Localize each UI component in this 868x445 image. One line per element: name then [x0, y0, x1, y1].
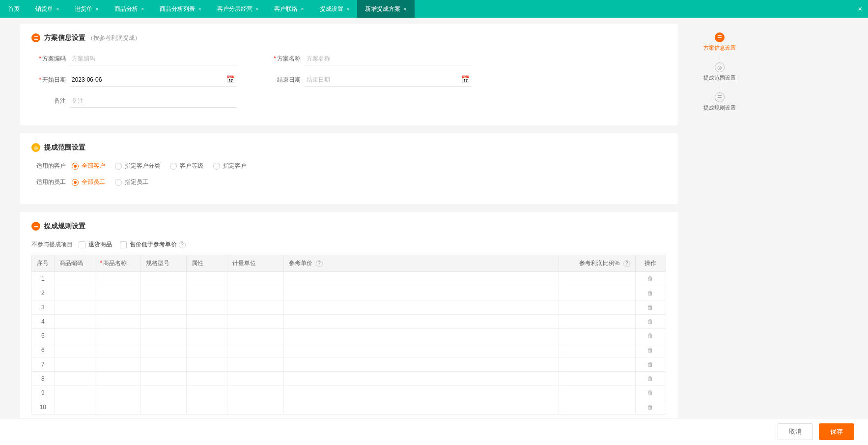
tab-commission-setting[interactable]: 提成设置×	[312, 0, 357, 18]
cell-ref-price[interactable]	[283, 343, 559, 357]
cell-attr[interactable]	[187, 386, 227, 400]
close-icon[interactable]: ×	[141, 0, 144, 18]
cell-attr[interactable]	[187, 272, 227, 286]
cell-profit-rate[interactable]	[559, 329, 636, 343]
cell-code[interactable]	[54, 357, 95, 372]
close-all-icon[interactable]: ×	[858, 5, 862, 13]
tab-new-commission[interactable]: 新增提成方案×	[357, 0, 414, 18]
table-row[interactable]: 10 🗑	[32, 400, 666, 415]
cell-ref-price[interactable]	[283, 329, 559, 343]
delete-icon[interactable]: 🗑	[647, 375, 653, 382]
cell-unit[interactable]	[227, 300, 283, 315]
cell-ref-price[interactable]	[283, 400, 559, 415]
cell-profit-rate[interactable]	[559, 357, 636, 372]
cell-attr[interactable]	[187, 286, 227, 300]
cell-spec[interactable]	[141, 372, 187, 386]
close-icon[interactable]: ×	[198, 0, 201, 18]
cell-profit-rate[interactable]	[559, 343, 636, 357]
cell-code[interactable]	[54, 286, 95, 300]
cell-unit[interactable]	[227, 357, 283, 372]
tab-product-list[interactable]: 商品分析列表×	[152, 0, 209, 18]
cell-unit[interactable]	[227, 343, 283, 357]
cell-attr[interactable]	[187, 300, 227, 315]
table-row[interactable]: 6 🗑	[32, 343, 666, 357]
cell-name[interactable]	[95, 386, 140, 400]
cell-spec[interactable]	[141, 343, 187, 357]
input-remark[interactable]	[70, 94, 237, 108]
cell-spec[interactable]	[141, 400, 187, 415]
cell-name[interactable]	[95, 315, 140, 329]
cell-unit[interactable]	[227, 386, 283, 400]
cell-unit[interactable]	[227, 400, 283, 415]
tab-customer-contact[interactable]: 客户联络×	[266, 0, 311, 18]
table-row[interactable]: 8 🗑	[32, 372, 666, 386]
cell-ref-price[interactable]	[283, 386, 559, 400]
input-end-date[interactable]	[305, 73, 472, 87]
radio-customer-category[interactable]: 指定客户分类	[115, 162, 160, 170]
tab-customer-tier[interactable]: 客户分层经营×	[209, 0, 266, 18]
delete-icon[interactable]: 🗑	[647, 404, 653, 411]
table-row[interactable]: 7 🗑	[32, 357, 666, 372]
cell-name[interactable]	[95, 343, 140, 357]
cell-ref-price[interactable]	[283, 315, 559, 329]
cell-name[interactable]	[95, 300, 140, 315]
table-row[interactable]: 9 🗑	[32, 386, 666, 400]
input-start-date[interactable]	[70, 73, 237, 87]
cell-ref-price[interactable]	[283, 286, 559, 300]
cell-ref-price[interactable]	[283, 272, 559, 286]
close-icon[interactable]: ×	[56, 0, 59, 18]
cell-code[interactable]	[54, 300, 95, 315]
help-icon[interactable]: ?	[179, 241, 186, 248]
tab-home[interactable]: 首页	[0, 0, 28, 18]
radio-specific-customer[interactable]: 指定客户	[213, 162, 247, 170]
cell-spec[interactable]	[141, 386, 187, 400]
delete-icon[interactable]: 🗑	[647, 361, 653, 368]
cell-unit[interactable]	[227, 286, 283, 300]
cell-spec[interactable]	[141, 272, 187, 286]
anchor-rules[interactable]: ☰ 提成规则设置	[698, 92, 742, 112]
cell-spec[interactable]	[141, 300, 187, 315]
cell-profit-rate[interactable]	[559, 372, 636, 386]
tab-purchase[interactable]: 进货单×	[67, 0, 106, 18]
cell-code[interactable]	[54, 272, 95, 286]
cell-profit-rate[interactable]	[559, 400, 636, 415]
radio-all-staff[interactable]: 全部员工	[72, 178, 105, 186]
cell-profit-rate[interactable]	[559, 300, 636, 315]
cell-attr[interactable]	[187, 400, 227, 415]
tab-sales[interactable]: 销货单×	[28, 0, 67, 18]
anchor-scope[interactable]: ◎ 提成范围设置	[698, 62, 742, 82]
cell-name[interactable]	[95, 400, 140, 415]
calendar-icon[interactable]: 📅	[226, 75, 235, 83]
input-plan-name[interactable]	[305, 52, 472, 65]
close-icon[interactable]: ×	[403, 0, 406, 18]
cell-unit[interactable]	[227, 329, 283, 343]
radio-all-customers[interactable]: 全部客户	[72, 162, 105, 170]
cell-profit-rate[interactable]	[559, 286, 636, 300]
cell-unit[interactable]	[227, 315, 283, 329]
cell-ref-price[interactable]	[283, 357, 559, 372]
cell-spec[interactable]	[141, 286, 187, 300]
checkbox-below-ref-price[interactable]: 售价低于参考单价?	[120, 240, 186, 249]
delete-icon[interactable]: 🗑	[647, 290, 653, 297]
cell-attr[interactable]	[187, 329, 227, 343]
delete-icon[interactable]: 🗑	[647, 347, 653, 354]
table-row[interactable]: 4 🗑	[32, 315, 666, 329]
cell-unit[interactable]	[227, 272, 283, 286]
cell-profit-rate[interactable]	[559, 315, 636, 329]
cell-spec[interactable]	[141, 315, 187, 329]
cell-code[interactable]	[54, 400, 95, 415]
delete-icon[interactable]: 🗑	[647, 304, 653, 311]
input-plan-code[interactable]	[70, 52, 237, 65]
cancel-button[interactable]: 取消	[778, 423, 813, 440]
close-icon[interactable]: ×	[95, 0, 98, 18]
delete-icon[interactable]: 🗑	[647, 275, 653, 282]
cell-attr[interactable]	[187, 372, 227, 386]
cell-code[interactable]	[54, 315, 95, 329]
table-row[interactable]: 3 🗑	[32, 300, 666, 315]
cell-profit-rate[interactable]	[559, 272, 636, 286]
cell-ref-price[interactable]	[283, 300, 559, 315]
cell-name[interactable]	[95, 272, 140, 286]
cell-name[interactable]	[95, 357, 140, 372]
help-icon[interactable]: ?	[623, 260, 630, 267]
cell-attr[interactable]	[187, 357, 227, 372]
